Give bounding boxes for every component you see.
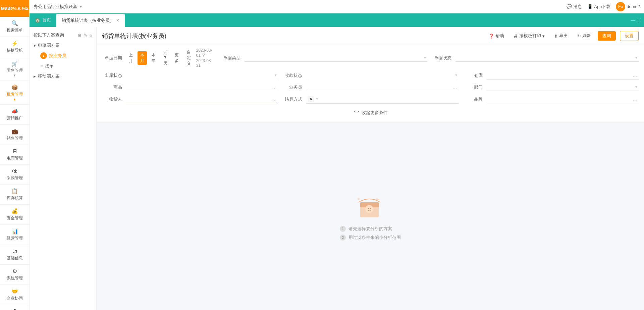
tree-collapse-icon: ▸ bbox=[34, 74, 36, 79]
sidebar-item-purchase[interactable]: 🛍 采购管理 bbox=[0, 165, 29, 185]
doc-type-label: 单据类型 bbox=[220, 55, 240, 61]
date-btn-thisyear[interactable]: 本年 bbox=[149, 51, 158, 65]
doc-status-label: 单据状态 bbox=[431, 55, 451, 61]
sidebar-item-marketing[interactable]: 📣 营销推广 bbox=[0, 105, 29, 125]
tree-item-pc[interactable]: ▾ 电脑端方案 bbox=[30, 40, 96, 50]
ops-icon: 📊 bbox=[11, 228, 18, 235]
receiver-input[interactable]: … bbox=[126, 95, 278, 103]
empty-step-2: 2 用过滤条件来缩小分析范围 bbox=[340, 235, 401, 241]
tabbar-end: — ⛶ bbox=[631, 17, 644, 23]
sidebar-item-corp[interactable]: 🤝 企业协同 bbox=[0, 285, 29, 305]
left-panel-header: 按以下方案查询 ⊕ ✎ « bbox=[30, 30, 96, 40]
date-btn-lastmonth[interactable]: 上月 bbox=[126, 51, 136, 65]
settings-btn[interactable]: 设置 bbox=[620, 31, 639, 41]
tree-sub-bystaff[interactable]: ● 按业务员 bbox=[36, 50, 96, 61]
sidebar-item-newbie[interactable]: 🎓 新手引导 bbox=[0, 305, 29, 310]
sidebar-item-sales[interactable]: 💼 销售管理 bbox=[0, 125, 29, 145]
warehouse-input[interactable]: … bbox=[487, 71, 639, 80]
sidebar-item-quick[interactable]: ⚡ 快捷导航 bbox=[0, 37, 29, 57]
print-btn[interactable]: 🖨 按模板打印 ▾ bbox=[511, 32, 547, 40]
settlement-select[interactable]: × ▾ bbox=[306, 95, 458, 104]
stock-status-label: 出库状态 bbox=[102, 72, 122, 79]
brand-label: 品牌 bbox=[463, 96, 483, 102]
sidebar-item-finance[interactable]: 💰 资金管理 bbox=[0, 205, 29, 225]
query-btn[interactable]: 查询 bbox=[598, 31, 616, 41]
tree-item-mobile[interactable]: ▸ 移动端方案 bbox=[30, 71, 96, 81]
staff-more-icon[interactable]: … bbox=[452, 84, 457, 90]
sidebar-item-stock[interactable]: 📋 库存核算 bbox=[0, 185, 29, 205]
topbar: 办公用品行业模拟账套 ▾ 💬 消息 📱 App下载 Ea demo2 bbox=[30, 0, 644, 13]
doc-status-arrow-icon: ▾ bbox=[635, 55, 637, 60]
payment-status-label: 收款状态 bbox=[282, 72, 302, 79]
app-download-btn[interactable]: 📱 App下载 bbox=[587, 4, 610, 10]
payment-status-arrow-icon: ▾ bbox=[455, 73, 457, 78]
tree-sub-byorder[interactable]: ≡ 按单 bbox=[36, 61, 96, 71]
phone-icon: 📱 bbox=[587, 4, 593, 9]
user-menu[interactable]: Ea demo2 bbox=[616, 2, 640, 11]
tab-maximize-icon[interactable]: ⛶ bbox=[637, 17, 641, 23]
home-icon: 🏠 bbox=[35, 18, 40, 23]
add-scheme-icon[interactable]: ⊕ bbox=[77, 33, 82, 38]
export-btn[interactable]: ⬆ 导出 bbox=[551, 32, 571, 40]
help-btn[interactable]: ❓ 帮助 bbox=[486, 32, 507, 40]
product-field[interactable] bbox=[127, 85, 272, 90]
doc-type-select[interactable]: ▾ bbox=[245, 54, 428, 62]
tab-home[interactable]: 🏠 首页 bbox=[30, 13, 56, 27]
sidebar-item-base[interactable]: 🗂 基础信息 bbox=[0, 245, 29, 265]
avatar: Ea bbox=[616, 2, 625, 11]
sidebar-item-search[interactable]: 🔍 搜索菜单 bbox=[0, 17, 29, 37]
collapse-panel-icon[interactable]: « bbox=[90, 33, 92, 38]
sidebar-item-wholesale[interactable]: 📦 批发管理 ▲ bbox=[0, 81, 29, 105]
tab-close-icon[interactable]: ✕ bbox=[116, 18, 119, 23]
step-num-2: 2 bbox=[340, 235, 346, 241]
corp-icon: 🤝 bbox=[11, 288, 18, 295]
sidebar-item-retail[interactable]: 🛒 零售管理 ▼ bbox=[0, 57, 29, 81]
brand-input[interactable]: … bbox=[487, 95, 639, 103]
date-label: 单据日期 bbox=[102, 55, 122, 61]
doc-status-select[interactable]: ▾ bbox=[455, 54, 639, 62]
date-btn-more[interactable]: 更多 bbox=[172, 51, 181, 65]
collapse-filter-btn[interactable]: ⌃⌃ 收起更多条件 bbox=[102, 107, 639, 118]
sidebar-item-system[interactable]: ⚙ 系统管理 bbox=[0, 265, 29, 285]
brand-field[interactable] bbox=[488, 97, 633, 102]
help-icon: ❓ bbox=[489, 34, 494, 39]
topbar-dropdown-icon[interactable]: ▾ bbox=[80, 4, 82, 9]
base-icon: 🗂 bbox=[12, 248, 17, 254]
warehouse-more-icon[interactable]: … bbox=[633, 72, 637, 78]
doc-type-arrow-icon: ▾ bbox=[424, 55, 426, 60]
marketing-icon: 📣 bbox=[11, 108, 18, 114]
print-icon: 🖨 bbox=[514, 34, 518, 39]
tab-salesreport[interactable]: 销货单统计表（按业务员） ✕ bbox=[56, 14, 125, 27]
refresh-btn[interactable]: ↻ 刷新 bbox=[575, 32, 594, 40]
warehouse-field[interactable] bbox=[488, 73, 633, 78]
date-btn-custom[interactable]: 自定义 bbox=[183, 48, 194, 67]
sidebar-item-ecom[interactable]: 🖥 电商管理 bbox=[0, 145, 29, 165]
product-input[interactable]: … bbox=[126, 83, 278, 91]
page-title: 销货单统计表(按业务员) bbox=[102, 32, 166, 40]
sidebar-item-ops[interactable]: 📊 经营管理 bbox=[0, 225, 29, 245]
staff-field[interactable] bbox=[308, 85, 452, 90]
export-icon: ⬆ bbox=[554, 34, 558, 39]
edit-scheme-icon[interactable]: ✎ bbox=[84, 33, 88, 38]
payment-status-select[interactable]: ▾ bbox=[306, 71, 458, 79]
tab-minimize-icon[interactable]: — bbox=[631, 17, 635, 23]
dept-label: 部门 bbox=[463, 84, 483, 90]
topbar-title: 办公用品行业模拟账套 bbox=[34, 4, 77, 10]
receiver-more-icon[interactable]: … bbox=[272, 96, 277, 102]
message-btn[interactable]: 💬 消息 bbox=[567, 4, 582, 10]
brand-more-icon[interactable]: … bbox=[633, 96, 637, 102]
date-btn-7days[interactable]: 近7天 bbox=[160, 49, 170, 67]
svg-point-5 bbox=[358, 198, 360, 200]
page-actions: ❓ 帮助 🖨 按模板打印 ▾ ⬆ 导出 ↻ 刷新 bbox=[486, 31, 639, 41]
collapse-icon: ⌃⌃ bbox=[353, 110, 360, 115]
left-panel: 按以下方案查询 ⊕ ✎ « ▾ 电脑端方案 ● 按业务员 ≡ 按单 bbox=[30, 27, 97, 310]
receiver-field[interactable] bbox=[127, 97, 272, 102]
product-more-icon[interactable]: … bbox=[272, 84, 277, 90]
date-range-text: 2023-03-01 至 2023-03-31 bbox=[196, 48, 216, 68]
dept-select[interactable]: ▾ bbox=[487, 83, 639, 91]
staff-input[interactable]: … bbox=[306, 83, 458, 91]
product-label: 商品 bbox=[102, 84, 122, 90]
stock-status-select[interactable]: ▾ bbox=[126, 71, 278, 79]
date-bar: 上月 本月 本年 近7天 更多 自定义 2023-03-01 至 2023-03… bbox=[126, 48, 216, 68]
date-btn-thismonth[interactable]: 本月 bbox=[138, 51, 147, 65]
